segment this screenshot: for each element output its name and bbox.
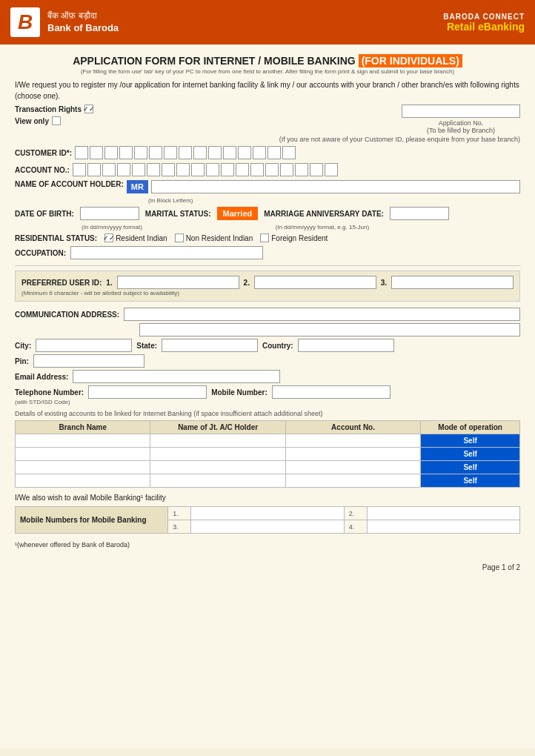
transaction-rights-checkbox[interactable]: ✓ [84,105,93,113]
pin-input[interactable] [33,354,144,368]
branch-input-1[interactable] [19,437,147,445]
view-only-checkbox[interactable] [52,116,61,125]
preferred-uid-input-1[interactable] [117,276,239,289]
acct-box-4[interactable] [117,163,130,176]
non-resident-checkbox[interactable] [175,233,184,242]
acct-box-16[interactable] [295,163,308,176]
mobile-val-2[interactable] [367,507,519,520]
char-box-7[interactable] [164,146,177,159]
acct-box-13[interactable] [250,163,264,176]
char-box-14[interactable] [268,146,281,159]
jt-holder-input-3[interactable] [153,463,282,471]
acct-box-1[interactable] [73,163,86,176]
branch-input-3[interactable] [19,463,147,471]
mode-3[interactable]: Self [421,461,520,474]
char-box-2[interactable] [90,146,103,159]
mobile-val-1[interactable] [191,507,344,520]
acc-no-input-3[interactable] [289,463,417,471]
foreign-resident-option[interactable]: Foreign Resident [260,233,328,242]
acct-box-9[interactable] [191,163,205,176]
mobile-label: Mobile Number: [211,388,268,397]
char-box-11[interactable] [223,146,236,159]
acct-box-7[interactable] [162,163,175,176]
acct-box-3[interactable] [102,163,116,176]
acct-box-10[interactable] [206,163,219,176]
bank-name-hindi: बैंक ऑफ़ बड़ौदा [47,10,119,22]
mode-4[interactable]: Self [421,474,520,488]
resident-indian-checkbox[interactable]: ✓ [104,233,113,242]
dob-input[interactable] [80,207,139,220]
preferred-uid-input-3[interactable] [391,276,514,289]
occupation-row: OCCUPATION: [15,246,520,259]
acc-no-2[interactable] [285,448,420,461]
acct-box-18[interactable] [325,163,338,176]
mode-1[interactable]: Self [421,434,520,448]
char-box-15[interactable] [282,146,296,159]
mobile-val-input-2[interactable] [372,509,515,517]
acc-no-input-4[interactable] [289,477,417,485]
jt-holder-input-1[interactable] [153,437,282,445]
branch-input-4[interactable] [19,477,147,485]
acct-box-11[interactable] [221,163,234,176]
mobile-val-4[interactable] [367,520,519,534]
acct-box-6[interactable] [147,163,160,176]
branch-1[interactable] [16,434,150,448]
name-label: NAME OF ACCOUNT HOLDER: [15,180,124,188]
jt-holder-2[interactable] [150,448,285,461]
acct-box-17[interactable] [310,163,323,176]
city-input[interactable] [36,339,132,352]
branch-input-2[interactable] [19,450,147,458]
jt-holder-3[interactable] [150,461,285,474]
char-box-10[interactable] [208,146,222,159]
char-box-9[interactable] [193,146,207,159]
preferred-uid-input-2[interactable] [254,276,376,289]
state-input[interactable] [162,339,258,352]
acct-box-8[interactable] [176,163,190,176]
branch-2[interactable] [16,448,150,461]
acct-box-12[interactable] [236,163,249,176]
char-box-1[interactable] [75,146,88,159]
comm-address-input-1[interactable] [124,308,520,321]
char-box-8[interactable] [179,146,192,159]
foreign-resident-checkbox[interactable] [260,233,269,242]
marital-status-value[interactable]: Married [217,207,259,220]
char-box-5[interactable] [134,146,147,159]
app-no-input[interactable] [402,105,520,118]
telephone-input[interactable] [88,385,207,399]
mobile-val-input-4[interactable] [372,523,515,531]
mobile-val-input-1[interactable] [196,509,339,517]
acct-box-15[interactable] [280,163,293,176]
acc-no-3[interactable] [285,461,420,474]
country-input[interactable] [298,339,394,352]
jt-holder-4[interactable] [150,474,285,488]
jt-holder-1[interactable] [150,434,285,448]
name-input[interactable] [151,180,520,193]
char-box-12[interactable] [238,146,251,159]
mode-2[interactable]: Self [421,448,520,461]
anniversary-input[interactable] [390,207,449,220]
acc-no-input-1[interactable] [289,437,417,445]
acc-no-1[interactable] [285,434,420,448]
acct-box-2[interactable] [87,163,101,176]
email-input[interactable] [73,370,280,383]
non-resident-option[interactable]: Non Resident Indian [175,233,253,242]
jt-holder-input-2[interactable] [153,450,282,458]
resident-indian-option[interactable]: ✓ Resident Indian [104,233,167,242]
char-box-4[interactable] [119,146,133,159]
branch-4[interactable] [16,474,150,488]
char-box-6[interactable] [149,146,162,159]
char-box-3[interactable] [104,146,118,159]
mobile-input[interactable] [272,385,391,399]
acct-box-14[interactable] [265,163,279,176]
acct-box-5[interactable] [132,163,145,176]
char-box-13[interactable] [253,146,266,159]
occupation-input[interactable] [70,246,263,259]
jt-holder-input-4[interactable] [153,477,282,485]
acc-no-input-2[interactable] [289,450,417,458]
branch-3[interactable] [16,461,150,474]
email-label: Email Address: [15,373,68,381]
mobile-val-input-3[interactable] [196,523,339,531]
comm-address-input-2[interactable] [139,323,520,336]
mobile-val-3[interactable] [191,520,344,534]
acc-no-4[interactable] [285,474,420,488]
